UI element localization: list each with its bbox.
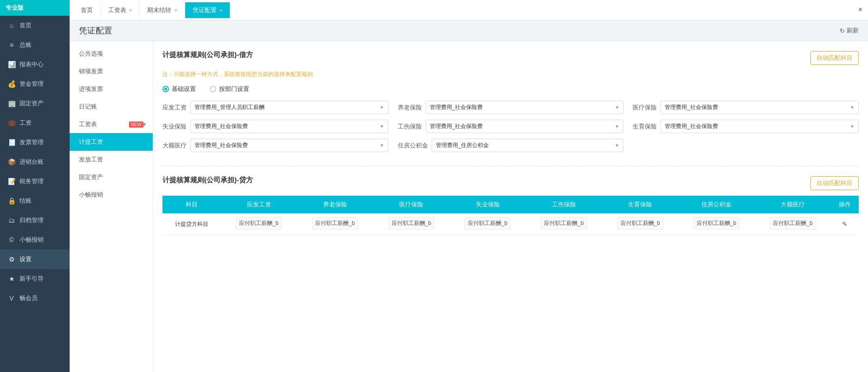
sidebar-item-home[interactable]: ⌂ 首页 — [0, 16, 70, 35]
close-icon: 🔒 — [7, 197, 16, 205]
home-icon: ⌂ — [7, 22, 16, 29]
left-nav-payroll-table[interactable]: 工资表 NEW ▼ — [70, 115, 153, 133]
sidebar-item-tax[interactable]: 📝 税务管理 — [0, 172, 70, 191]
main-content: 计提核算规则(公司承担)-借方 自动匹配科目 注：只能选择一种方式，系统将按照您… — [153, 41, 868, 372]
sidebar-item-invoice[interactable]: 🧾 发票管理 — [0, 133, 70, 152]
tax-icon: 📝 — [7, 178, 16, 185]
sidebar-item-salary[interactable]: 💼 工资 — [0, 113, 70, 133]
th-yanglao: 养老保险 — [297, 196, 373, 213]
label-shiye: 失业保险 — [162, 122, 187, 131]
tab-period-close[interactable]: 期末结转 × — [140, 2, 185, 18]
arrow-icon: ▼ — [141, 121, 147, 128]
radio-group: 基础设置 按部门设置 — [162, 85, 859, 93]
sidebar-item-xc-report[interactable]: © 小畅报销 — [0, 230, 70, 250]
asset-icon: 🏢 — [7, 100, 16, 107]
td-subject-label: 计提贷方科目 — [162, 213, 220, 235]
tab-bar: 首页 工资表 × 期末结转 × 凭证配置 × × — [70, 0, 868, 20]
th-daeli: 大额医疗 — [755, 196, 831, 213]
invoice-icon: 🧾 — [7, 139, 16, 146]
sidebar-item-archive[interactable]: 🗂 归档管理 — [0, 211, 70, 230]
credit-auto-match-button[interactable]: 自动匹配科目 — [810, 176, 859, 190]
select-daeli-arrow: ▼ — [380, 143, 384, 148]
edit-icon[interactable]: ✎ — [842, 220, 848, 228]
th-yingfa: 应发工资 — [220, 196, 297, 213]
select-shiye[interactable]: 管理费用_社会保险费 ▼ — [190, 120, 389, 133]
select-yiliao-arrow: ▼ — [850, 105, 855, 110]
left-nav-xc-expense[interactable]: 小畅报销 — [70, 186, 153, 204]
radio-basic[interactable]: 基础设置 — [162, 85, 196, 93]
td-shengyu-val: 应付职工薪酬_b — [602, 213, 678, 235]
content-area: 公共选项 销项发票 进项发票 日记账 工资表 NEW ▼ 计提工资 发放工资 固… — [70, 41, 868, 372]
sidebar-item-guide[interactable]: ★ 新手引导 — [0, 269, 70, 289]
select-daeli[interactable]: 管理费用_社会保险费 ▼ — [190, 139, 389, 152]
sidebar-item-close[interactable]: 🔒 结账 — [0, 191, 70, 211]
sidebar: 专业版 ⌂ 首页 ≡ 总账 📊 报表中心 💰 资金管理 🏢 固定资产 💼 工资 … — [0, 0, 70, 372]
tab-payroll[interactable]: 工资表 × — [101, 2, 140, 18]
table-row: 计提贷方科目 应付职工薪酬_b 应付职工薪酬_b 应付职工薪酬_b 应付职工薪酬… — [162, 213, 859, 235]
select-yingfa[interactable]: 管理费用_管理人员职工薪酬 ▼ — [190, 101, 389, 114]
select-yiliao[interactable]: 管理费用_社会保险费 ▼ — [661, 101, 859, 114]
sidebar-item-member[interactable]: V 畅会员 — [0, 289, 70, 308]
tab-voucher-config[interactable]: 凭证配置 × — [185, 2, 230, 18]
select-gongshang-arrow: ▼ — [615, 124, 619, 129]
sidebar-item-fund[interactable]: 💰 资金管理 — [0, 74, 70, 94]
sidebar-item-settings[interactable]: ⚙ 设置 — [0, 250, 70, 269]
left-nav-purchase-invoice[interactable]: 进项发票 — [70, 80, 153, 98]
salary-icon: 💼 — [7, 119, 16, 127]
select-shengyu[interactable]: 管理费用_社会保险费 ▼ — [661, 120, 859, 133]
select-shengyu-arrow: ▼ — [850, 124, 855, 129]
left-nav-payroll-calc[interactable]: 计提工资 — [70, 133, 153, 151]
left-nav-sales-invoice[interactable]: 销项发票 — [70, 63, 153, 80]
sidebar-item-ledger[interactable]: ≡ 总账 — [0, 35, 70, 55]
sidebar-item-report[interactable]: 📊 报表中心 — [0, 55, 70, 74]
credit-section-title: 计提核算规则(公司承担)-贷方 — [162, 176, 253, 185]
guide-icon: ★ — [7, 275, 16, 282]
td-gongshang-val: 应付职工薪酬_b — [526, 213, 602, 235]
select-gongjijin-arrow: ▼ — [615, 143, 619, 148]
credit-table-head: 科目 应发工资 养老保险 医疗保险 失业保险 工伤保险 生育保险 住房公积金 大… — [162, 196, 859, 213]
tab-voucher-config-close[interactable]: × — [220, 7, 222, 13]
left-nav-journal[interactable]: 日记账 — [70, 98, 153, 115]
form-row-gongshang: 工伤保险 管理费用_社会保险费 ▼ — [398, 120, 624, 133]
refresh-icon: ↻ — [840, 27, 845, 34]
debit-form-grid: 应发工资 管理费用_管理人员职工薪酬 ▼ 养老保险 管理费用_社会保险费 ▼ — [162, 101, 859, 152]
td-yingfa-val: 应付职工薪酬_b — [220, 213, 297, 235]
archive-icon: 🗂 — [7, 217, 16, 224]
td-gongjijin-val: 应付职工薪酬_b — [678, 213, 754, 235]
credit-table: 科目 应发工资 养老保险 医疗保险 失业保险 工伤保险 生育保险 住房公积金 大… — [162, 196, 859, 235]
form-row-shengyu: 生育保险 管理费用_社会保险费 ▼ — [633, 120, 859, 133]
member-icon: V — [7, 295, 16, 302]
sidebar-item-stock[interactable]: 📦 进销台账 — [0, 152, 70, 172]
left-nav: 公共选项 销项发票 进项发票 日记账 工资表 NEW ▼ 计提工资 发放工资 固… — [70, 41, 153, 372]
label-shengyu: 生育保险 — [633, 122, 657, 131]
sidebar-item-asset[interactable]: 🏢 固定资产 — [0, 94, 70, 113]
form-row-shiye: 失业保险 管理费用_社会保险费 ▼ — [162, 120, 389, 133]
debit-auto-match-button[interactable]: 自动匹配科目 — [810, 51, 859, 65]
stock-icon: 📦 — [7, 158, 16, 166]
main-area: 首页 工资表 × 期末结转 × 凭证配置 × × 凭证配置 ↻ 刷新 公共选项 … — [70, 0, 868, 372]
th-shiye: 失业保险 — [449, 196, 525, 213]
refresh-button[interactable]: ↻ 刷新 — [840, 26, 859, 35]
select-yanglao[interactable]: 管理费用_社会保险费 ▼ — [426, 101, 624, 114]
left-nav-payroll-pay[interactable]: 发放工资 — [70, 151, 153, 168]
debit-section-header: 计提核算规则(公司承担)-借方 自动匹配科目 — [162, 51, 859, 65]
left-nav-fixed-asset[interactable]: 固定资产 — [70, 168, 153, 186]
th-gongjijin: 住房公积金 — [678, 196, 754, 213]
tab-payroll-close[interactable]: × — [129, 7, 132, 13]
select-gongjijin[interactable]: 管理费用_住房公积金 ▼ — [432, 139, 624, 152]
tab-period-close-close[interactable]: × — [174, 7, 177, 13]
th-gongshang: 工伤保险 — [526, 196, 602, 213]
debit-section-title: 计提核算规则(公司承担)-借方 — [162, 51, 253, 59]
select-gongshang[interactable]: 管理费用_社会保险费 ▼ — [426, 120, 624, 133]
window-close-button[interactable]: × — [858, 6, 862, 14]
select-yingfa-arrow: ▼ — [380, 105, 384, 110]
fund-icon: 💰 — [7, 80, 16, 88]
left-nav-public[interactable]: 公共选项 — [70, 45, 153, 63]
page-title: 凭证配置 — [79, 25, 112, 36]
tab-home[interactable]: 首页 — [73, 2, 101, 18]
page-header: 凭证配置 ↻ 刷新 — [70, 20, 868, 41]
th-shengyu: 生育保险 — [602, 196, 678, 213]
radio-dept[interactable]: 按部门设置 — [210, 85, 249, 93]
label-yanglao: 养老保险 — [398, 103, 422, 112]
form-row-yanglao: 养老保险 管理费用_社会保险费 ▼ — [398, 101, 624, 114]
